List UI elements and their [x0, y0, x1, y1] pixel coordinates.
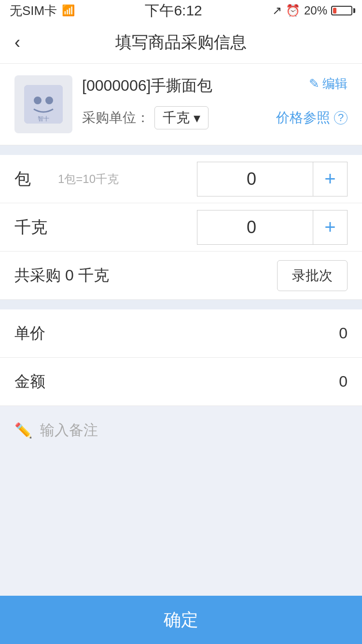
product-logo: 智十	[24, 85, 63, 124]
price-value: 0	[339, 324, 348, 342]
remark-placeholder: 输入备注	[40, 420, 98, 440]
battery-fill	[333, 8, 336, 14]
confirm-button[interactable]: 确定	[0, 596, 362, 644]
edit-icon: ✎	[309, 76, 320, 91]
unit-section: 采购单位： 千克 ▾	[82, 106, 209, 129]
amount-row: 金额 0	[0, 358, 362, 406]
carrier-label: 无SIM卡	[10, 2, 57, 19]
divider-band-2	[0, 300, 362, 309]
total-text: 共采购 0 千克	[14, 265, 109, 286]
edit-label: 编辑	[322, 75, 348, 92]
header: ‹ 填写商品采购信息	[0, 21, 362, 64]
batch-button[interactable]: 录批次	[277, 260, 348, 291]
wifi-icon: 📶	[62, 4, 75, 17]
back-button[interactable]: ‹	[14, 32, 30, 53]
status-left: 无SIM卡 📶	[10, 2, 75, 19]
bao-row: 包 1包=10千克 +	[0, 155, 362, 203]
kg-plus-button[interactable]: +	[313, 210, 348, 245]
page-title: 填写商品采购信息	[115, 31, 247, 54]
status-bar: 无SIM卡 📶 下午6:12 ↗ ⏰ 20%	[0, 0, 362, 21]
bao-label: 包	[14, 168, 53, 190]
unit-label: 采购单位：	[82, 109, 150, 127]
svg-point-2	[46, 97, 53, 104]
battery-icon	[331, 6, 352, 15]
edit-button[interactable]: ✎ 编辑	[309, 75, 348, 92]
bao-input[interactable]	[197, 162, 313, 196]
location-icon: ↗	[272, 4, 282, 17]
divider-band-1	[0, 145, 362, 155]
chevron-down-icon: ▾	[194, 110, 200, 126]
price-label: 单价	[14, 323, 45, 344]
bao-input-group: +	[197, 162, 348, 196]
unit-value: 千克	[163, 109, 190, 127]
svg-text:智十: 智十	[38, 115, 49, 122]
kg-label: 千克	[14, 216, 53, 238]
kg-row: 千克 +	[0, 203, 362, 252]
product-unit-row: 采购单位： 千克 ▾ 价格参照 ?	[82, 106, 348, 129]
confirm-label: 确定	[164, 608, 198, 632]
amount-label: 金额	[14, 371, 45, 392]
svg-point-1	[34, 97, 41, 104]
amount-value: 0	[339, 373, 348, 391]
detail-section: 单价 0 金额 0	[0, 309, 362, 406]
price-ref-label: 价格参照	[276, 109, 330, 127]
total-row: 共采购 0 千克 录批次	[0, 252, 362, 300]
status-right: ↗ ⏰ 20%	[272, 4, 352, 17]
bao-sublabel: 1包=10千克	[58, 171, 119, 187]
input-section: 包 1包=10千克 + 千克 +	[0, 155, 362, 252]
content-space	[0, 454, 362, 599]
remark-section[interactable]: ✏️ 输入备注	[0, 406, 362, 454]
unit-dropdown[interactable]: 千克 ▾	[154, 106, 209, 129]
help-icon: ?	[334, 111, 348, 125]
product-name: [0000006]手撕面包	[82, 75, 212, 97]
pencil-icon: ✏️	[14, 422, 32, 439]
battery-pct: 20%	[304, 4, 327, 17]
kg-input[interactable]	[197, 210, 313, 245]
time-label: 下午6:12	[145, 1, 202, 21]
product-info: [0000006]手撕面包 ✎ 编辑 采购单位： 千克 ▾ 价格参照 ?	[82, 75, 348, 129]
alarm-icon: ⏰	[286, 4, 300, 17]
logo-svg: 智十	[24, 85, 63, 124]
kg-input-group: +	[197, 210, 348, 245]
product-card: 智十 [0000006]手撕面包 ✎ 编辑 采购单位： 千克 ▾ 价格参照 ?	[0, 64, 362, 145]
price-ref-button[interactable]: 价格参照 ?	[276, 109, 348, 127]
product-image: 智十	[14, 75, 72, 133]
bao-plus-button[interactable]: +	[313, 162, 348, 196]
product-name-row: [0000006]手撕面包 ✎ 编辑	[82, 75, 348, 97]
price-row: 单价 0	[0, 309, 362, 358]
